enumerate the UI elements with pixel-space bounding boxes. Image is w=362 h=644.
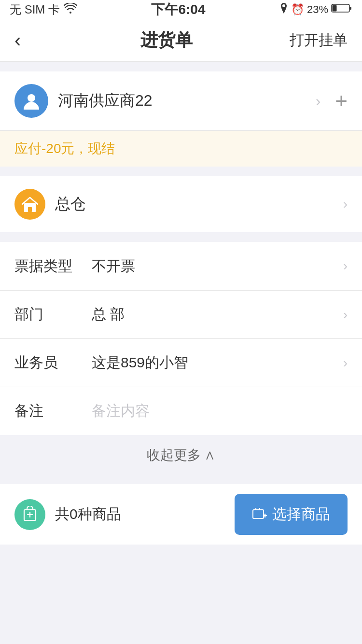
supplier-chevron-icon: ›: [316, 92, 321, 110]
warehouse-chevron-icon: ›: [343, 196, 348, 212]
svg-rect-2: [332, 5, 336, 12]
product-count: 共0种商品: [55, 504, 235, 524]
product-bar: 共0种商品 选择商品: [0, 484, 362, 545]
open-pending-button[interactable]: 打开挂单: [290, 30, 348, 50]
warehouse-card[interactable]: 总仓 ›: [0, 176, 362, 232]
salesman-label: 业务员: [14, 353, 82, 373]
invoice-row[interactable]: 票据类型 不开票 ›: [0, 242, 362, 290]
invoice-value: 不开票: [82, 256, 343, 276]
supplier-row[interactable]: 河南供应商22 › +: [0, 71, 362, 131]
select-product-label: 选择商品: [272, 504, 330, 524]
battery-text: 23%: [307, 3, 328, 16]
alarm-icon: ⏰: [291, 3, 304, 16]
department-chevron-icon: ›: [343, 307, 348, 322]
salesman-chevron-icon: ›: [343, 355, 348, 371]
supplier-card: 河南供应商22 › + 应付-20元，现结: [0, 71, 362, 167]
supplier-name: 河南供应商22: [58, 90, 316, 112]
status-bar: 无 SIM 卡 下午6:04 ⏰ 23%: [0, 0, 362, 19]
gap-3: [0, 232, 362, 242]
svg-rect-7: [253, 510, 264, 518]
status-time: 下午6:04: [151, 0, 205, 19]
location-icon: [279, 3, 288, 16]
gap-1: [0, 62, 362, 71]
svg-point-3: [28, 94, 35, 102]
salesman-row[interactable]: 业务员 这是859的小智 ›: [0, 338, 362, 387]
nav-bar: ‹ 进货单 打开挂单: [0, 19, 362, 62]
collapse-label: 收起更多 ∧: [147, 446, 216, 464]
invoice-label: 票据类型: [14, 256, 82, 276]
status-right: ⏰ 23%: [279, 3, 352, 16]
add-supplier-button[interactable]: +: [335, 89, 348, 113]
product-icon: [14, 499, 45, 530]
notice-bar: 应付-20元，现结: [0, 131, 362, 167]
salesman-value: 这是859的小智: [82, 353, 343, 373]
supplier-avatar: [14, 84, 48, 118]
remark-label: 备注: [14, 401, 82, 421]
svg-rect-1: [349, 7, 351, 10]
department-value: 总 部: [82, 305, 343, 324]
remark-input[interactable]: 备注内容: [82, 401, 348, 421]
form-card: 票据类型 不开票 › 部门 总 部 › 业务员 这是859的小智 › 备注 备注…: [0, 242, 362, 435]
warehouse-icon: [14, 189, 45, 220]
department-row[interactable]: 部门 总 部 ›: [0, 290, 362, 338]
battery-icon: [331, 3, 352, 16]
remark-row[interactable]: 备注 备注内容: [0, 387, 362, 435]
page-title: 进货单: [140, 28, 193, 52]
collapse-button[interactable]: 收起更多 ∧: [0, 436, 362, 475]
warehouse-row[interactable]: 总仓 ›: [0, 176, 362, 232]
status-left: 无 SIM 卡: [10, 2, 77, 17]
select-product-button[interactable]: 选择商品: [235, 494, 348, 535]
back-button[interactable]: ‹: [14, 29, 43, 51]
invoice-chevron-icon: ›: [343, 258, 348, 274]
department-label: 部门: [14, 305, 82, 324]
gap-2: [0, 167, 362, 176]
svg-rect-5: [28, 207, 32, 212]
warehouse-name: 总仓: [55, 194, 343, 215]
wifi-icon: [64, 3, 77, 16]
carrier-label: 无 SIM 卡: [10, 2, 60, 17]
